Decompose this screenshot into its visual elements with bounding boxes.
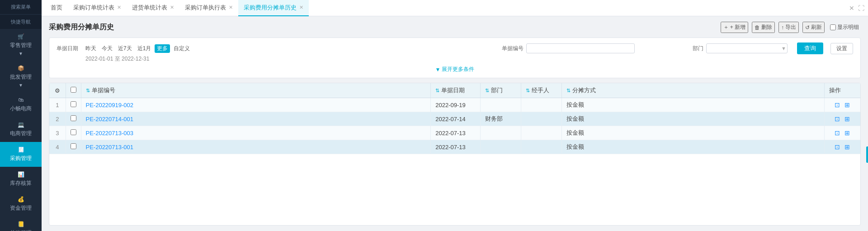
row-select-checkbox[interactable] bbox=[71, 115, 76, 121]
row-person-2 bbox=[521, 112, 562, 126]
more-icon[interactable]: ⊞ bbox=[844, 101, 850, 108]
show-cols-checkbox[interactable] bbox=[830, 24, 836, 30]
refresh-icon: ↺ bbox=[805, 24, 810, 31]
sort-icon: ⇅ bbox=[526, 88, 530, 94]
tab-home[interactable]: 首页 bbox=[45, 0, 68, 16]
order-no-label: 单据编号 bbox=[502, 45, 524, 52]
shortcut-today[interactable]: 今天 bbox=[100, 44, 114, 53]
retail-icon: 🛒 bbox=[18, 33, 24, 40]
tab-stock-stats[interactable]: 进货单统计表 ✕ bbox=[127, 0, 179, 16]
row-select-checkbox[interactable] bbox=[71, 129, 76, 135]
row-checkbox-2 bbox=[66, 112, 81, 126]
row-order-no-2: PE-20220714-001 bbox=[81, 112, 431, 126]
refresh-button[interactable]: ↺ 刷新 bbox=[802, 22, 825, 33]
order-no-input[interactable] bbox=[526, 43, 635, 53]
page-content: 采购费用分摊单历史 ＋ + 新增 🗑 删除 ↑ 导出 ↺ 刷新 bbox=[42, 16, 868, 231]
select-all-checkbox[interactable] bbox=[71, 87, 76, 93]
purchase-icon: 🧾 bbox=[18, 146, 24, 153]
tab-close-1[interactable]: ✕ bbox=[117, 5, 121, 10]
view-icon[interactable]: ⊡ bbox=[835, 143, 840, 151]
sidebar-item-inventory[interactable]: 📊 库存核算 bbox=[0, 167, 42, 192]
row-person-4 bbox=[521, 140, 562, 154]
wholesale-icon: 📦 bbox=[18, 65, 24, 71]
main-content: 首页 采购订单统计表 ✕ 进货单统计表 ✕ 采购订单执行表 ✕ 采购费用分摊单历… bbox=[42, 0, 868, 231]
sidebar-item-ecom-small[interactable]: 🛍 小畅电商 bbox=[0, 92, 42, 117]
expand-btn[interactable]: ▼ 展开更多条件 bbox=[435, 66, 475, 73]
sidebar-item-retail[interactable]: 🛒 零售管理 ▼ bbox=[0, 29, 42, 61]
th-checkbox bbox=[66, 83, 81, 98]
view-icon[interactable]: ⊡ bbox=[835, 101, 840, 108]
tab-action-close-icon[interactable]: ✕ bbox=[849, 5, 854, 12]
tab-action-fullscreen-icon[interactable]: ⛶ bbox=[858, 5, 864, 12]
more-icon[interactable]: ⊞ bbox=[844, 115, 850, 123]
more-icon[interactable]: ⊞ bbox=[844, 129, 850, 137]
row-person-1 bbox=[521, 98, 562, 112]
row-checkbox-1 bbox=[66, 98, 81, 112]
tab-purchase-order-stats[interactable]: 采购订单统计表 ✕ bbox=[68, 0, 127, 16]
order-no-link[interactable]: PE-20220713-001 bbox=[86, 144, 134, 151]
tab-actions: ✕ ⛶ bbox=[849, 5, 864, 12]
export-icon: ↑ bbox=[781, 24, 784, 31]
sidebar-item-ecom[interactable]: 💻 电商管理 bbox=[0, 117, 42, 142]
view-icon[interactable]: ⊡ bbox=[835, 115, 840, 123]
shortcut-custom[interactable]: 自定义 bbox=[172, 44, 192, 53]
sort-icon: ⇅ bbox=[86, 88, 90, 94]
th-person: ⇅ 经手人 bbox=[521, 83, 562, 98]
ledger-icon: 📒 bbox=[18, 221, 24, 227]
page-header: 采购费用分摊单历史 ＋ + 新增 🗑 删除 ↑ 导出 ↺ 刷新 bbox=[49, 22, 861, 33]
expand-icon: ▼ bbox=[435, 66, 441, 73]
row-num-1: 1 bbox=[49, 98, 66, 112]
row-select-checkbox[interactable] bbox=[71, 101, 76, 107]
row-actions-1: ⊡ ⊞ bbox=[824, 98, 860, 112]
shortcut-7days[interactable]: 近7天 bbox=[116, 44, 134, 53]
row-order-no-4: PE-20220713-001 bbox=[81, 140, 431, 154]
table-header-row: ⚙ ⇅ 单据编号 ⇅ bbox=[49, 83, 860, 98]
row-date-3: 2022-07-13 bbox=[431, 126, 481, 140]
query-button[interactable]: 查询 bbox=[797, 42, 823, 54]
th-dept: ⇅ 部门 bbox=[481, 83, 521, 98]
shortcut-more[interactable]: 更多 bbox=[155, 44, 170, 53]
tab-purchase-cost-history[interactable]: 采购费用分摊单历史 ✕ bbox=[238, 0, 309, 16]
expand-more: ▼ 展开更多条件 bbox=[57, 66, 853, 73]
sidebar-search[interactable]: 搜索菜单 bbox=[0, 0, 42, 14]
sort-icon: ⇅ bbox=[485, 88, 489, 94]
sidebar-item-finance[interactable]: 💰 资金管理 bbox=[0, 192, 42, 217]
row-actions-3: ⊡ ⊞ bbox=[824, 126, 860, 140]
more-icon[interactable]: ⊞ bbox=[844, 143, 850, 151]
row-order-no-3: PE-20220713-003 bbox=[81, 126, 431, 140]
row-dept-1 bbox=[481, 98, 521, 112]
dept-select[interactable] bbox=[706, 43, 788, 53]
th-method: ⇅ 分摊方式 bbox=[562, 83, 824, 98]
date-range-display: 2022-01-01 至 2022-12-31 bbox=[85, 56, 149, 62]
export-button[interactable]: ↑ 导出 bbox=[778, 22, 799, 33]
view-icon[interactable]: ⊡ bbox=[835, 129, 840, 137]
shortcut-yesterday[interactable]: 昨天 bbox=[84, 44, 98, 53]
sidebar-quicknav[interactable]: 快捷导航 bbox=[0, 15, 42, 29]
sidebar-item-purchase[interactable]: 🧾 采购管理 bbox=[0, 142, 42, 167]
tab-purchase-order-exec[interactable]: 采购订单执行表 ✕ bbox=[179, 0, 238, 16]
chevron-down-icon: ▼ bbox=[19, 83, 23, 88]
gear-icon[interactable]: ⚙ bbox=[55, 87, 60, 94]
shortcut-1month[interactable]: 近1月 bbox=[136, 44, 153, 53]
tab-close-4[interactable]: ✕ bbox=[299, 5, 303, 10]
order-no-link[interactable]: PE-20220714-001 bbox=[86, 116, 134, 123]
row-checkbox-4 bbox=[66, 140, 81, 154]
settings-button[interactable]: 设置 bbox=[830, 43, 853, 54]
row-dept-2: 财务部 bbox=[481, 112, 521, 126]
delete-button[interactable]: 🗑 删除 bbox=[752, 22, 775, 33]
tab-close-3[interactable]: ✕ bbox=[229, 5, 233, 10]
data-table: ⚙ ⇅ 单据编号 ⇅ bbox=[49, 83, 860, 154]
sidebar-item-ledger[interactable]: 📒 总账管理 bbox=[0, 217, 42, 231]
order-no-link[interactable]: PE-20220713-003 bbox=[86, 130, 134, 137]
row-dept-3 bbox=[481, 126, 521, 140]
row-actions-2: ⊡ ⊞ bbox=[824, 112, 860, 126]
show-cols-checkbox-wrap[interactable]: 显示明细 bbox=[828, 23, 861, 32]
row-date-1: 2022-09-19 bbox=[431, 98, 481, 112]
sidebar-item-wholesale[interactable]: 📦 批发管理 ▼ bbox=[0, 61, 42, 92]
add-button[interactable]: ＋ + 新增 bbox=[721, 22, 748, 33]
table-body: 1 PE-20220919-002 2022-09-19 按金额 ⊡ ⊞ 2 P… bbox=[49, 98, 860, 154]
tab-close-2[interactable]: ✕ bbox=[170, 5, 174, 10]
row-select-checkbox[interactable] bbox=[71, 143, 76, 149]
order-no-link[interactable]: PE-20220919-002 bbox=[86, 102, 134, 108]
table-row: 1 PE-20220919-002 2022-09-19 按金额 ⊡ ⊞ bbox=[49, 98, 860, 112]
